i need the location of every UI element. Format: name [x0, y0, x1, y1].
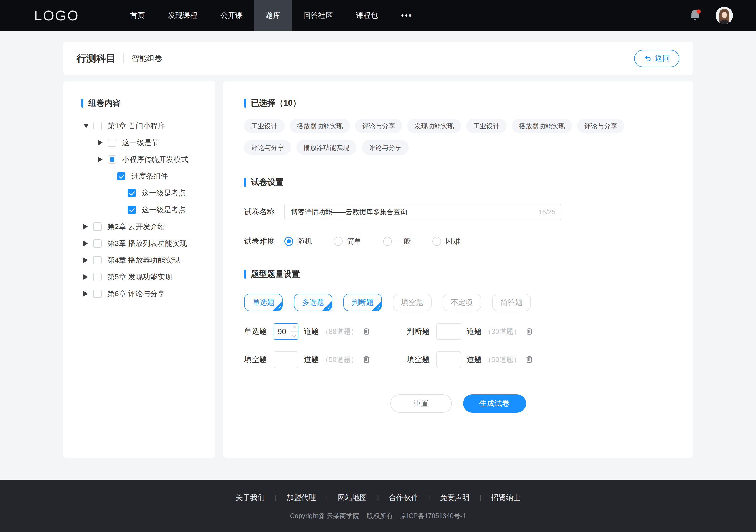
corner-check-icon: ✓ — [278, 305, 282, 311]
nav-item-问答社区[interactable]: 问答社区 — [292, 0, 344, 31]
tree-checkbox-indeterminate[interactable] — [108, 155, 116, 164]
tree-node[interactable]: 这一级是考点 — [81, 201, 197, 218]
chevron-down-icon[interactable] — [84, 124, 89, 128]
copyright-text: 京ICP备17051340号-1 — [400, 512, 466, 520]
back-button[interactable]: 返回 — [634, 50, 679, 67]
tree-checkbox-unchecked[interactable] — [94, 122, 102, 130]
selected-section-title: 已选择（10） — [244, 98, 672, 109]
tree-node[interactable]: 小程序传统开发模式 — [81, 151, 197, 168]
delete-quantity-button[interactable] — [362, 327, 371, 337]
bell-icon — [689, 9, 701, 22]
tree-node-label: 这一级是考点 — [142, 205, 186, 215]
generate-paper-button[interactable]: 生成试卷 — [463, 394, 526, 413]
tree-node[interactable]: 第3章 播放列表功能实现 — [81, 235, 197, 252]
nav-more-menu[interactable]: ••• — [390, 0, 424, 31]
type-button-label: 单选题 — [253, 297, 275, 307]
chevron-right-icon[interactable] — [84, 258, 88, 263]
chevron-right-icon[interactable] — [98, 157, 103, 162]
reset-button[interactable]: 重置 — [390, 394, 452, 413]
footer-link-关于我们[interactable]: 关于我们 — [235, 493, 265, 503]
paper-name-input[interactable] — [284, 204, 561, 220]
tree-node[interactable]: 第2章 云开发介绍 — [81, 218, 197, 235]
quantity-input[interactable] — [437, 352, 461, 367]
notification-bell-button[interactable] — [689, 9, 701, 22]
question-type-button-单选题[interactable]: 单选题✓ — [244, 293, 283, 311]
footer-links: 关于我们|加盟代理|网站地图|合作伙伴|免责声明|招贤纳士 — [235, 493, 521, 503]
nav-item-首页[interactable]: 首页 — [119, 0, 156, 31]
difficulty-radio-困难[interactable]: 困难 — [432, 236, 460, 246]
footer-link-网站地图[interactable]: 网站地图 — [338, 493, 367, 503]
tree-checkbox-unchecked[interactable] — [93, 256, 102, 265]
question-type-button-简答题[interactable]: 简答题 — [492, 293, 531, 311]
difficulty-label: 试卷难度 — [244, 236, 275, 246]
navbar-right — [689, 7, 756, 24]
chevron-right-icon[interactable] — [84, 291, 88, 296]
avatar-image — [716, 7, 733, 24]
footer-link-合作伙伴[interactable]: 合作伙伴 — [389, 493, 418, 503]
copyright-text: 版权所有 — [367, 512, 393, 520]
chevron-right-icon[interactable] — [84, 241, 88, 246]
question-type-button-多选题[interactable]: 多选题✓ — [294, 293, 332, 311]
section-accent-bar — [244, 99, 246, 108]
user-avatar[interactable] — [716, 7, 733, 24]
quantity-label: 填空题 — [244, 354, 274, 365]
page-subtitle: 智能组卷 — [132, 53, 162, 64]
tree-checkbox-unchecked[interactable] — [93, 222, 102, 231]
question-type-button-判断题[interactable]: 判断题✓ — [343, 293, 382, 311]
selected-tag: 工业设计 — [244, 118, 284, 133]
tree-node-label: 第1章 首门小程序 — [108, 121, 165, 131]
tree-node[interactable]: 第4章 播放器功能实现 — [81, 252, 197, 268]
quantity-input-box — [274, 351, 298, 368]
stepper-down-button[interactable] — [290, 331, 298, 340]
radio-unchecked-icon — [383, 237, 392, 246]
footer-link-免责声明[interactable]: 免责声明 — [440, 493, 469, 503]
nav-item-发现课程[interactable]: 发现课程 — [156, 0, 209, 31]
quantity-input[interactable] — [274, 352, 298, 367]
sidebar-panel: 组卷内容 第1章 首门小程序这一级是节小程序传统开发模式进度条组件这一级是考点这… — [63, 81, 215, 458]
difficulty-row: 试卷难度 随机简单一般困难 — [244, 236, 672, 246]
selected-tag: 播放器功能实现 — [290, 118, 350, 133]
tree-checkbox-checked[interactable] — [127, 206, 136, 214]
nav-item-课程包[interactable]: 课程包 — [344, 0, 390, 31]
tree-checkbox-unchecked[interactable] — [93, 290, 102, 298]
quantity-input[interactable] — [274, 324, 290, 340]
footer-link-separator: | — [377, 494, 379, 502]
footer-link-招贤纳士[interactable]: 招贤纳士 — [491, 493, 521, 503]
delete-quantity-button[interactable] — [525, 327, 534, 337]
difficulty-radio-随机[interactable]: 随机 — [284, 236, 312, 246]
question-settings-title: 题型题量设置 — [244, 268, 672, 280]
question-type-button-不定项[interactable]: 不定项 — [443, 293, 481, 311]
difficulty-radio-简单[interactable]: 简单 — [334, 236, 362, 246]
tree-node[interactable]: 这一级是节 — [81, 134, 197, 151]
delete-quantity-button[interactable] — [362, 355, 371, 365]
back-arrow-icon — [644, 55, 652, 62]
chevron-right-icon[interactable] — [84, 274, 88, 280]
copyright: Copyright@ 云朵商学院版权所有京ICP备17051340号-1 — [290, 512, 466, 520]
difficulty-radio-一般[interactable]: 一般 — [383, 236, 411, 246]
tree-checkbox-unchecked[interactable] — [93, 239, 102, 248]
tree-node[interactable]: 这一级是考点 — [81, 185, 197, 201]
notification-dot — [697, 10, 701, 13]
tree-node[interactable]: 第1章 首门小程序 — [81, 117, 197, 134]
tree-checkbox-checked[interactable] — [117, 172, 125, 181]
tree-node[interactable]: 第6章 评论与分享 — [81, 286, 197, 302]
nav-item-公开课[interactable]: 公开课 — [209, 0, 254, 31]
type-button-label: 多选题 — [302, 297, 324, 307]
paper-settings-title: 试卷设置 — [244, 177, 672, 188]
nav-item-题库[interactable]: 题库 — [254, 0, 292, 31]
tree-checkbox-unchecked[interactable] — [108, 139, 116, 147]
tree-checkbox-checked[interactable] — [127, 189, 136, 197]
quantity-input[interactable] — [437, 324, 461, 340]
delete-quantity-button[interactable] — [525, 355, 534, 365]
tree-checkbox-unchecked[interactable] — [93, 273, 102, 281]
chevron-right-icon[interactable] — [98, 140, 103, 145]
quantity-unit: 道题 — [304, 354, 319, 365]
tree-node[interactable]: 第5章 发现功能实现 — [81, 268, 197, 286]
tree-node[interactable]: 进度条组件 — [81, 168, 197, 185]
footer-link-加盟代理[interactable]: 加盟代理 — [287, 493, 316, 503]
selected-tag: 播放器功能实现 — [512, 118, 572, 133]
stepper-up-button[interactable] — [290, 324, 298, 331]
question-type-button-填空题[interactable]: 填空题 — [393, 293, 432, 311]
tree-node-label: 第3章 播放列表功能实现 — [107, 239, 187, 248]
chevron-right-icon[interactable] — [84, 224, 88, 229]
